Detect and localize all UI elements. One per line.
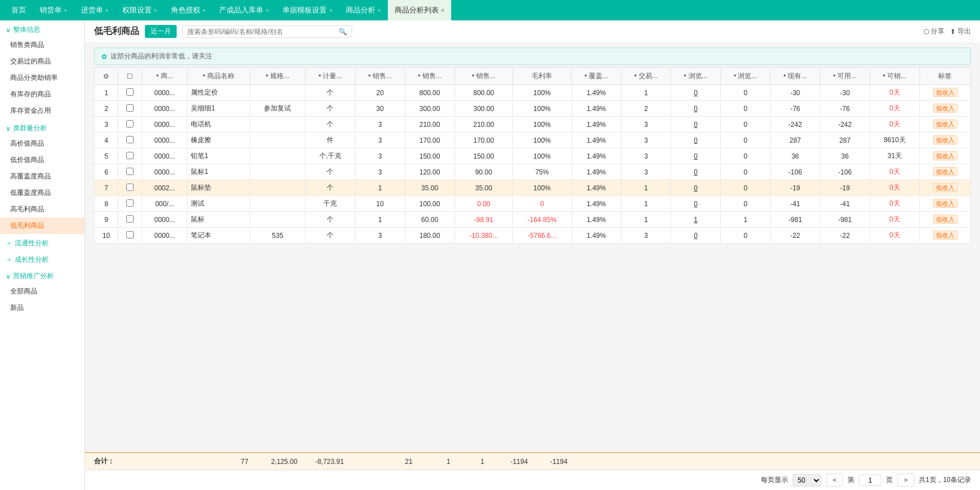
cell-code: 0000...: [142, 164, 187, 180]
cell-views1[interactable]: 0: [671, 117, 721, 133]
close-icon[interactable]: ×: [64, 7, 67, 14]
sidebar-item-all-products[interactable]: 全部商品: [0, 283, 84, 300]
cell-views1[interactable]: 0: [671, 164, 721, 180]
th-sales-price[interactable]: • 销售...: [405, 68, 455, 85]
cell-checkbox[interactable]: [118, 133, 142, 148]
footer-sales-qty: 77: [228, 458, 262, 466]
sidebar-item-low-margin[interactable]: 低毛利商品: [0, 218, 84, 234]
sidebar-item-low-coverage[interactable]: 低覆盖度商品: [0, 185, 84, 201]
th-tag[interactable]: 标签: [919, 68, 970, 85]
sidebar-item-high-value[interactable]: 高价值商品: [0, 135, 84, 152]
sidebar-group-overall[interactable]: ∨ 整体信息: [0, 20, 84, 37]
cell-views2: 0: [721, 117, 771, 133]
th-spec[interactable]: • 规格...: [250, 68, 305, 85]
alert-icon: ✿: [101, 53, 107, 61]
cell-views2: 0: [721, 196, 771, 212]
th-sales-profit[interactable]: • 销售...: [455, 68, 513, 85]
th-current-stock[interactable]: • 现有...: [771, 68, 820, 85]
sidebar-item-sales-products[interactable]: 销售类商品: [0, 37, 84, 53]
footer-sales-price: 2,125.00: [262, 458, 307, 466]
close-icon[interactable]: ×: [329, 7, 332, 14]
th-sales-qty[interactable]: • 销售...: [355, 68, 405, 85]
cell-tag: 低收入: [919, 101, 970, 117]
page-number-input[interactable]: [859, 475, 881, 486]
cell-views1[interactable]: 0: [671, 180, 721, 196]
cell-checkbox[interactable]: [118, 148, 142, 164]
cell-name: 属性定价: [187, 85, 250, 101]
nav-product-analysis[interactable]: 商品分析 ×: [339, 0, 388, 20]
export-btn[interactable]: ⬆ 导出: [950, 27, 971, 36]
per-page-select[interactable]: 50 100: [793, 474, 821, 487]
nav-product-analysis-list[interactable]: 商品分析列表 ×: [388, 0, 451, 20]
th-coverage[interactable]: • 覆盖...: [571, 68, 621, 85]
cell-checkbox[interactable]: [118, 196, 142, 212]
close-icon[interactable]: ×: [441, 7, 444, 14]
sidebar-group-cluster[interactable]: ∨ 类群量分析: [0, 119, 84, 135]
cell-views1[interactable]: 0: [671, 101, 721, 117]
cell-transactions: 2: [621, 101, 671, 117]
sidebar-group-growth[interactable]: ＞ 成长性分析: [0, 250, 84, 267]
search-icon[interactable]: 🔍: [339, 28, 347, 36]
th-sellable[interactable]: • 可销...: [870, 68, 919, 85]
close-icon[interactable]: ×: [266, 7, 269, 14]
next-page-btn[interactable]: ＞: [897, 474, 914, 487]
sidebar-item-high-margin[interactable]: 高毛利商品: [0, 201, 84, 218]
cell-sales-price: 100.00: [405, 196, 455, 212]
cell-views1[interactable]: 0: [671, 133, 721, 148]
th-name[interactable]: • 商品名称: [187, 68, 250, 85]
cell-checkbox[interactable]: [118, 117, 142, 133]
sidebar-group-marketing[interactable]: ∨ 营销推广分析: [0, 267, 84, 283]
cell-checkbox[interactable]: [118, 180, 142, 196]
sidebar-item-traded-products[interactable]: 交易过的商品: [0, 53, 84, 70]
th-settings[interactable]: ⚙: [95, 68, 118, 85]
cell-views1[interactable]: 0: [671, 228, 721, 244]
cell-checkbox[interactable]: [118, 228, 142, 244]
cell-tag: 低收入: [919, 148, 970, 164]
cell-checkbox[interactable]: [118, 164, 142, 180]
nav-home[interactable]: 首页: [5, 0, 33, 20]
sidebar-group-flow[interactable]: ＞ 流通性分析: [0, 234, 84, 250]
nav-sales[interactable]: 销货单 ×: [33, 0, 74, 20]
close-icon[interactable]: ×: [105, 7, 109, 14]
cell-code: 0000...: [142, 212, 187, 228]
close-icon[interactable]: ×: [154, 7, 157, 14]
th-checkbox[interactable]: ☐: [118, 68, 142, 85]
sidebar-item-new-products[interactable]: 新品: [0, 300, 84, 316]
th-gross-margin[interactable]: 毛利率: [513, 68, 572, 85]
cell-sales-qty: 10: [355, 196, 405, 212]
th-unit[interactable]: • 计量...: [305, 68, 355, 85]
th-views2[interactable]: • 浏览...: [721, 68, 771, 85]
close-icon[interactable]: ×: [203, 7, 206, 14]
sidebar-item-inventory-funds[interactable]: 库存资金占用: [0, 103, 84, 119]
sidebar-item-high-coverage[interactable]: 高覆盖度商品: [0, 168, 84, 185]
cell-checkbox[interactable]: [118, 212, 142, 228]
cell-transactions: 3: [621, 148, 671, 164]
cell-checkbox[interactable]: [118, 85, 142, 101]
sidebar-item-category-rate[interactable]: 商品分类助销率: [0, 70, 84, 86]
cell-sales-qty: 3: [355, 164, 405, 180]
close-icon[interactable]: ×: [378, 7, 381, 14]
nav-template-settings[interactable]: 单据模板设置 ×: [276, 0, 339, 20]
cell-views1[interactable]: 1: [671, 212, 721, 228]
prev-page-btn[interactable]: ＜: [826, 474, 843, 487]
th-code[interactable]: • 商...: [142, 68, 187, 85]
nav-roles[interactable]: 角色授权 ×: [164, 0, 213, 20]
search-input[interactable]: [187, 28, 339, 36]
cell-views1[interactable]: 0: [671, 85, 721, 101]
nav-product-entry[interactable]: 产成品入库单 ×: [212, 0, 276, 20]
nav-permissions[interactable]: 权限设置 ×: [115, 0, 164, 20]
th-available[interactable]: • 可用...: [820, 68, 870, 85]
nav-purchase[interactable]: 进货单 ×: [74, 0, 115, 20]
sidebar-item-low-value[interactable]: 低价值商品: [0, 152, 84, 168]
cell-gross-margin: -164.85%: [513, 212, 572, 228]
cell-views1[interactable]: 0: [671, 148, 721, 164]
sidebar-item-stocked-products[interactable]: 有库存的商品: [0, 86, 84, 103]
cell-name: 鼠标垫: [187, 180, 250, 196]
cell-sales-profit: 0.00: [455, 196, 513, 212]
th-transactions[interactable]: • 交易...: [621, 68, 671, 85]
cell-checkbox[interactable]: [118, 101, 142, 117]
share-btn[interactable]: ⬡ 分享: [923, 27, 944, 36]
cell-views1[interactable]: 0: [671, 196, 721, 212]
th-views1[interactable]: • 浏览...: [671, 68, 721, 85]
date-filter-btn[interactable]: 近一月: [145, 25, 177, 38]
